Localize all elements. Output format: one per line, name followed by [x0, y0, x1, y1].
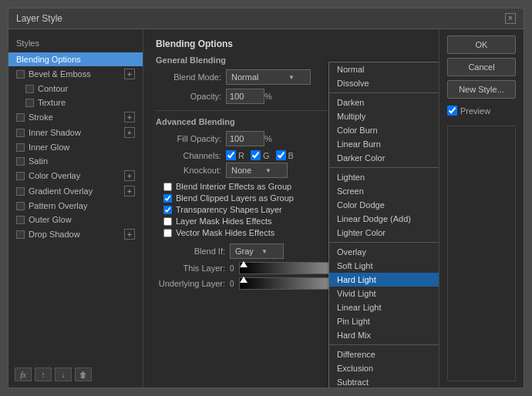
texture-checkbox[interactable]: [25, 99, 34, 107]
sidebar-item-inner-glow[interactable]: Inner Glow: [8, 140, 143, 154]
blend-mode-dropdown[interactable]: Normal ▼: [226, 69, 311, 85]
blend-if-dropdown[interactable]: Gray ▼: [230, 243, 284, 259]
vector-mask-hides-checkbox[interactable]: [163, 229, 172, 237]
sidebar-item-drop-shadow-label: Drop Shadow: [29, 230, 124, 239]
this-layer-handle-left[interactable]: [240, 261, 247, 267]
move-up-button[interactable]: ↑: [35, 367, 52, 381]
sidebar-item-blending-options[interactable]: Blending Options: [8, 52, 143, 66]
blend-option-color-burn[interactable]: Color Burn: [329, 123, 439, 137]
drop-shadow-checkbox[interactable]: [16, 230, 25, 239]
knockout-dropdown[interactable]: None ▼: [226, 163, 288, 178]
channel-g-checkbox[interactable]: [251, 150, 261, 160]
sidebar-item-drop-shadow[interactable]: Drop Shadow +: [8, 227, 143, 242]
bevel-emboss-checkbox[interactable]: [16, 70, 25, 79]
inner-shadow-checkbox[interactable]: [16, 129, 25, 137]
blend-option-multiply[interactable]: Multiply: [329, 109, 439, 123]
gradient-overlay-plus[interactable]: +: [124, 186, 135, 196]
ok-button[interactable]: OK: [447, 35, 516, 54]
blend-option-darken[interactable]: Darken: [329, 96, 439, 109]
gradient-overlay-checkbox[interactable]: [16, 187, 25, 196]
fill-opacity-input[interactable]: [226, 131, 264, 146]
bevel-emboss-plus[interactable]: +: [124, 69, 135, 79]
sidebar-heading: Styles: [8, 35, 143, 52]
channel-r[interactable]: R: [226, 150, 244, 160]
channel-b-checkbox[interactable]: [276, 150, 286, 160]
opacity-percent: %: [264, 92, 272, 101]
color-overlay-plus[interactable]: +: [124, 170, 135, 181]
blend-if-value: Gray: [235, 247, 254, 256]
this-layer-label: This Layer:: [156, 263, 225, 273]
sidebar-item-color-overlay[interactable]: Color Overlay +: [8, 168, 143, 183]
preview-area: [447, 126, 516, 381]
sidebar-item-contour-label: Contour: [38, 84, 135, 93]
sidebar-item-stroke[interactable]: Stroke +: [8, 109, 143, 125]
fill-opacity-label: Fill Opacity:: [156, 134, 221, 143]
sidebar: Styles Blending Options Bevel & Emboss +…: [8, 29, 143, 388]
blend-option-normal[interactable]: Normal: [329, 62, 439, 76]
preview-label: Preview: [460, 106, 490, 116]
satin-checkbox[interactable]: [16, 157, 25, 166]
blend-option-dissolve[interactable]: Dissolve: [329, 76, 439, 90]
blend-option-linear-dodge[interactable]: Linear Dodge (Add): [329, 212, 439, 226]
blend-option-lighten[interactable]: Lighten: [329, 170, 439, 184]
layer-mask-hides-checkbox[interactable]: [163, 217, 172, 226]
sidebar-item-gradient-overlay[interactable]: Gradient Overlay +: [8, 183, 143, 199]
opacity-label: Opacity:: [156, 92, 221, 101]
sidebar-item-texture-label: Texture: [38, 98, 135, 107]
blend-option-exclusion[interactable]: Exclusion: [329, 361, 439, 375]
color-overlay-checkbox[interactable]: [16, 172, 25, 180]
blend-option-hard-light[interactable]: Hard Light: [329, 273, 439, 287]
channel-g[interactable]: G: [251, 150, 270, 160]
blend-option-linear-burn[interactable]: Linear Burn: [329, 137, 439, 151]
blend-option-color-dodge[interactable]: Color Dodge: [329, 198, 439, 212]
inner-shadow-plus[interactable]: +: [124, 127, 135, 138]
close-button[interactable]: ×: [505, 13, 516, 24]
channel-b[interactable]: B: [276, 150, 294, 160]
blend-option-darker-color[interactable]: Darker Color: [329, 151, 439, 165]
dialog-title: Layer Style: [16, 13, 62, 24]
sidebar-item-outer-glow[interactable]: Outer Glow: [8, 213, 143, 227]
layer-style-dialog: Layer Style × Styles Blending Options Be…: [8, 8, 524, 388]
transparency-shapes-checkbox[interactable]: [163, 206, 172, 214]
sidebar-item-pattern-overlay[interactable]: Pattern Overlay: [8, 199, 143, 213]
stroke-plus[interactable]: +: [124, 112, 135, 122]
blend-option-soft-light[interactable]: Soft Light: [329, 259, 439, 273]
outer-glow-checkbox[interactable]: [16, 216, 25, 224]
blend-interior-checkbox[interactable]: [163, 183, 172, 191]
transparency-shapes-label: Transparency Shapes Layer: [176, 205, 282, 214]
contour-checkbox[interactable]: [25, 85, 34, 93]
fx-button[interactable]: fx: [15, 367, 32, 381]
blend-option-overlay[interactable]: Overlay: [329, 245, 439, 259]
blend-option-hard-mix[interactable]: Hard Mix: [329, 328, 439, 342]
fill-opacity-percent: %: [264, 134, 272, 143]
move-down-button[interactable]: ↓: [55, 367, 72, 381]
sidebar-item-texture[interactable]: Texture: [8, 96, 143, 109]
sidebar-item-contour[interactable]: Contour: [8, 82, 143, 96]
sidebar-bottom-bar: fx ↑ ↓ 🗑: [15, 367, 92, 381]
blend-option-vivid-light[interactable]: Vivid Light: [329, 287, 439, 300]
delete-button[interactable]: 🗑: [75, 367, 92, 381]
sidebar-item-inner-shadow[interactable]: Inner Shadow +: [8, 125, 143, 140]
blend-option-lighter-color[interactable]: Lighter Color: [329, 226, 439, 240]
drop-shadow-plus[interactable]: +: [124, 229, 135, 240]
blend-option-linear-light[interactable]: Linear Light: [329, 300, 439, 314]
stroke-checkbox[interactable]: [16, 113, 25, 122]
blend-option-subtract[interactable]: Subtract: [329, 375, 439, 388]
sidebar-item-satin-label: Satin: [29, 156, 135, 166]
preview-checkbox[interactable]: [447, 106, 457, 116]
sidebar-item-satin[interactable]: Satin: [8, 154, 143, 168]
inner-glow-checkbox[interactable]: [16, 143, 25, 152]
blend-option-difference[interactable]: Difference: [329, 347, 439, 361]
channel-r-checkbox[interactable]: [226, 150, 236, 160]
underlying-layer-handle-left[interactable]: [240, 277, 247, 283]
cancel-button[interactable]: Cancel: [447, 58, 516, 76]
blend-option-pin-light[interactable]: Pin Light: [329, 314, 439, 328]
opacity-input[interactable]: 100: [226, 89, 264, 104]
blend-mode-popup: Normal Dissolve Darken Multiply Color Bu…: [328, 62, 439, 388]
new-style-button[interactable]: New Style...: [447, 80, 516, 99]
pattern-overlay-checkbox[interactable]: [16, 202, 25, 210]
blend-option-screen[interactable]: Screen: [329, 184, 439, 198]
this-layer-min: 0: [230, 264, 234, 273]
blend-clipped-checkbox[interactable]: [163, 194, 172, 203]
sidebar-item-bevel-emboss[interactable]: Bevel & Emboss +: [8, 66, 143, 82]
